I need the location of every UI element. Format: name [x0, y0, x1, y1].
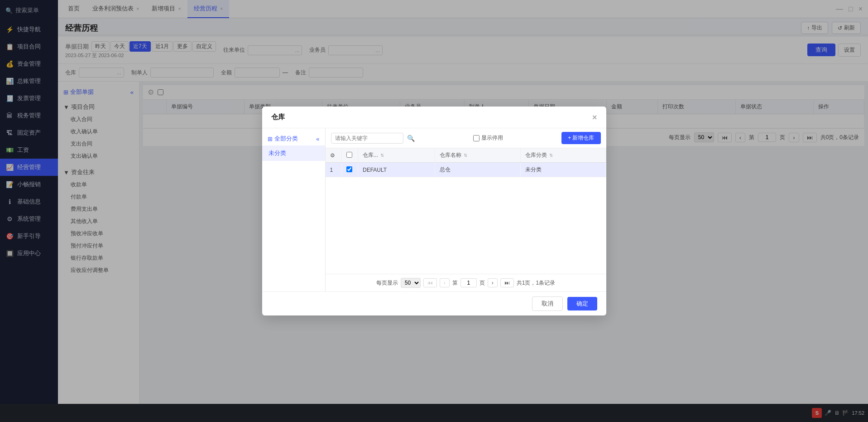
modal-cell-num: 1 — [326, 163, 342, 177]
modal-page-label: 算 — [452, 279, 458, 287]
sort-icon-name: ⇅ — [464, 153, 467, 158]
modal-pagination-total: 共1页，1条记录 — [517, 279, 555, 287]
show-disabled-label: 显示停用 — [481, 134, 503, 142]
modal-col-category-label: 仓库分类 — [525, 152, 547, 158]
modal-table-row[interactable]: 1 DEFAULT 总仓 未分类 — [326, 163, 606, 177]
warehouse-modal: 仓库 × ⊞ 全部分类 « 未分类 — [262, 107, 606, 315]
modal-per-page-select[interactable]: 50 — [401, 278, 421, 288]
modal-title: 仓库 — [271, 113, 285, 121]
modal-col-checkbox[interactable] — [342, 148, 358, 163]
modal-col-category[interactable]: 仓库分类 ⇅ — [520, 148, 606, 163]
modal-header: 仓库 × — [262, 107, 606, 128]
modal-prev-page-btn[interactable]: ‹ — [440, 278, 450, 287]
modal-left-panel: ⊞ 全部分类 « 未分类 — [262, 128, 326, 291]
add-warehouse-button[interactable]: + 新增仓库 — [561, 132, 600, 144]
modal-right-panel: 🔍 显示停用 + 新增仓库 ⚙ — [326, 128, 606, 291]
modal-table-wrap: ⚙ 仓库... ⇅ 仓库名称 — [326, 148, 606, 274]
modal-col-name-label: 仓库名称 — [440, 152, 461, 158]
modal-cell-checkbox[interactable] — [342, 163, 358, 177]
modal-per-page-label: 每页显示 — [376, 279, 398, 287]
modal-next-page-btn[interactable]: › — [488, 278, 498, 287]
modal-search-input[interactable] — [331, 133, 403, 144]
modal-left-collapse-icon[interactable]: « — [316, 136, 319, 142]
modal-first-page-btn[interactable]: ⏮ — [423, 278, 437, 287]
modal-col-settings[interactable]: ⚙ — [326, 148, 342, 163]
modal-show-disabled-wrap: 显示停用 — [473, 134, 503, 142]
modal-table: ⚙ 仓库... ⇅ 仓库名称 — [326, 148, 606, 177]
modal-left-all-label: 全部分类 — [274, 135, 298, 143]
modal-left-header[interactable]: ⊞ 全部分类 « — [262, 132, 325, 146]
modal-table-header-row: ⚙ 仓库... ⇅ 仓库名称 — [326, 148, 606, 163]
grid-icon-modal: ⊞ — [268, 136, 273, 142]
modal-cell-name: 总仓 — [435, 163, 520, 177]
sort-icon-category: ⇅ — [549, 153, 553, 158]
settings-icon-modal: ⚙ — [330, 152, 335, 159]
modal-body: ⊞ 全部分类 « 未分类 🔍 — [262, 128, 606, 291]
modal-last-page-btn[interactable]: ⏭ — [500, 278, 514, 287]
modal-cell-code: DEFAULT — [358, 163, 435, 177]
modal-footer: 取消 确定 — [262, 291, 606, 315]
modal-page-input[interactable] — [460, 278, 477, 287]
modal-search-icon[interactable]: 🔍 — [407, 135, 415, 142]
modal-close-button[interactable]: × — [592, 113, 597, 121]
modal-select-all-checkbox[interactable] — [346, 152, 352, 158]
modal-row-checkbox[interactable] — [346, 166, 352, 172]
modal-cancel-button[interactable]: 取消 — [532, 296, 563, 311]
modal-left-item-uncategorized[interactable]: 未分类 — [262, 146, 325, 161]
sort-icon-code: ⇅ — [380, 153, 384, 158]
modal-col-code-label: 仓库... — [363, 152, 378, 158]
modal-col-code[interactable]: 仓库... ⇅ — [358, 148, 435, 163]
modal-page-suffix: 页 — [480, 279, 485, 287]
modal-overlay: 仓库 × ⊞ 全部分类 « 未分类 — [0, 0, 868, 422]
modal-pagination: 每页显示 50 ⏮ ‹ 算 页 › ⏭ 共1页，1条记录 — [326, 274, 606, 291]
modal-left-item-label: 未分类 — [269, 150, 286, 156]
modal-confirm-button[interactable]: 确定 — [567, 297, 597, 310]
modal-col-name[interactable]: 仓库名称 ⇅ — [435, 148, 520, 163]
modal-cell-category: 未分类 — [520, 163, 606, 177]
modal-toolbar: 🔍 显示停用 + 新增仓库 — [326, 128, 606, 148]
modal-search-wrap: 🔍 — [331, 133, 415, 144]
show-disabled-checkbox[interactable] — [473, 135, 480, 141]
